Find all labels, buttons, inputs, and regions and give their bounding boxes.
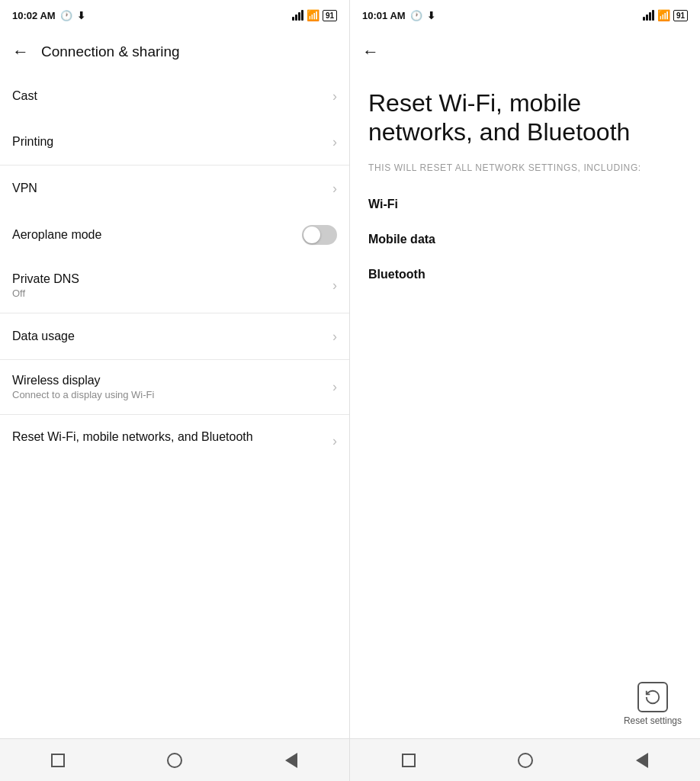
reset-settings-button[interactable]: Reset settings — [624, 682, 682, 726]
right-battery: 91 — [673, 10, 688, 21]
right-circle-icon — [518, 753, 533, 768]
right-nav-square-button[interactable] — [398, 750, 419, 771]
left-settings-list: Cast › Printing › VPN › Aeroplane mode — [0, 73, 349, 738]
wireless-display-item[interactable]: Wireless display Connect to a display us… — [0, 360, 349, 414]
right-triangle-icon — [636, 753, 648, 768]
right-top-bar: ← — [350, 31, 700, 73]
reset-content-area: Reset Wi-Fi, mobile networks, and Blueto… — [350, 73, 700, 670]
left-page-title: Connection & sharing — [41, 43, 180, 60]
private-dns-item[interactable]: Private DNS Off › — [0, 259, 349, 313]
data-usage-chevron: › — [332, 329, 337, 345]
right-bottom-nav — [350, 738, 700, 781]
left-status-bar: 10:02 AM 🕐 ⬇ 📶 91 — [0, 0, 349, 31]
left-alarm-icon: 🕐 — [60, 10, 72, 21]
right-nav-home-button[interactable] — [515, 750, 536, 771]
right-alarm-icon: 🕐 — [410, 10, 422, 21]
left-nav-square-button[interactable] — [47, 750, 69, 771]
left-nav-back-button[interactable] — [281, 750, 302, 771]
cast-label: Cast — [12, 89, 332, 103]
right-time: 10:01 AM — [362, 10, 406, 21]
aeroplane-mode-item[interactable]: Aeroplane mode — [0, 211, 349, 259]
reset-mobile-data-item: Mobile data — [368, 233, 682, 246]
right-square-icon — [402, 754, 416, 767]
private-dns-label: Private DNS — [12, 272, 332, 286]
wireless-display-sub: Connect to a display using Wi-Fi — [12, 389, 332, 400]
reset-settings-icon — [637, 682, 668, 712]
printing-label: Printing — [12, 135, 332, 149]
private-dns-chevron: › — [332, 278, 337, 294]
right-status-left: 10:01 AM 🕐 ⬇ — [362, 10, 435, 21]
data-usage-label: Data usage — [12, 329, 332, 343]
aeroplane-mode-toggle[interactable] — [302, 225, 337, 245]
reset-settings-label: Reset settings — [624, 715, 682, 726]
left-time: 10:02 AM — [12, 10, 56, 21]
right-nav-back-button[interactable] — [631, 750, 653, 771]
right-status-bar: 10:01 AM 🕐 ⬇ 📶 91 — [350, 0, 700, 31]
reset-page-title: Reset Wi-Fi, mobile networks, and Blueto… — [368, 88, 682, 147]
wireless-display-label: Wireless display — [12, 374, 332, 387]
left-wifi-icon: 📶 — [307, 9, 319, 21]
reset-wifi-chevron: › — [332, 433, 337, 449]
cast-item[interactable]: Cast › — [0, 73, 349, 119]
reset-wifi-item[interactable]: Reset Wi-Fi, mobile networks, and Blueto… — [0, 415, 349, 463]
vpn-chevron: › — [332, 181, 337, 197]
printing-item[interactable]: Printing › — [0, 119, 349, 165]
private-dns-sub: Off — [12, 288, 332, 299]
aeroplane-mode-label: Aeroplane mode — [12, 228, 302, 242]
reset-bluetooth-item: Bluetooth — [368, 268, 682, 281]
left-download-icon: ⬇ — [77, 10, 85, 21]
left-status-left: 10:02 AM 🕐 ⬇ — [12, 10, 85, 21]
reset-wifi-item-right: Wi-Fi — [368, 198, 682, 211]
printing-chevron: › — [332, 134, 337, 150]
right-back-button[interactable]: ← — [362, 42, 379, 62]
toggle-knob — [303, 227, 320, 243]
left-status-right: 📶 91 — [292, 9, 337, 21]
right-status-right: 📶 91 — [643, 9, 688, 21]
cast-chevron: › — [332, 88, 337, 104]
reset-bottom-bar: Reset settings — [350, 670, 700, 738]
vpn-label: VPN — [12, 182, 332, 195]
left-signal-icon — [292, 10, 303, 21]
left-nav-home-button[interactable] — [164, 750, 185, 771]
left-triangle-icon — [285, 753, 297, 768]
left-square-icon — [51, 754, 65, 767]
left-back-button[interactable]: ← — [12, 42, 29, 62]
data-usage-item[interactable]: Data usage › — [0, 313, 349, 359]
vpn-item[interactable]: VPN › — [0, 166, 349, 211]
left-circle-icon — [167, 753, 182, 768]
left-phone-panel: 10:02 AM 🕐 ⬇ 📶 91 ← Connection & sharing — [0, 0, 350, 781]
wireless-display-chevron: › — [332, 379, 337, 395]
left-battery: 91 — [323, 10, 337, 21]
reset-subtitle: THIS WILL RESET ALL NETWORK SETTINGS, IN… — [368, 162, 682, 173]
left-top-bar: ← Connection & sharing — [0, 31, 349, 73]
left-bottom-nav — [0, 738, 349, 781]
right-signal-icon — [643, 10, 654, 21]
right-wifi-icon: 📶 — [657, 9, 670, 21]
right-phone-panel: 10:01 AM 🕐 ⬇ 📶 91 ← Reset Wi-Fi, mobile … — [350, 0, 700, 781]
reset-wifi-label: Reset Wi-Fi, mobile networks, and Blueto… — [12, 430, 332, 444]
right-download-icon: ⬇ — [427, 10, 435, 21]
